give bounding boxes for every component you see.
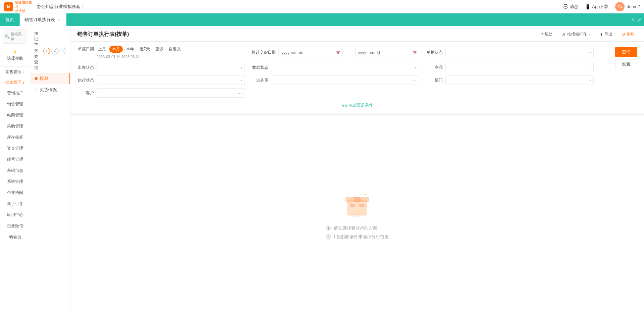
outbound-select[interactable] <box>97 63 245 72</box>
top-header: 畅 畅捷通好生意标准版 办公用品行业模拟账套 ▾ 💬 消息 📱 App下载 Ea… <box>0 0 644 13</box>
svg-rect-3 <box>354 197 361 202</box>
user-menu[interactable]: Ea demo2 <box>615 2 640 11</box>
scheme-item-by-order[interactable]: 按单 <box>30 73 70 84</box>
query-button[interactable]: 查询 <box>615 47 637 57</box>
help-button[interactable]: ? 帮助 <box>538 30 555 39</box>
scheme-item-shortage[interactable]: 欠货情况 <box>30 84 70 96</box>
receipt-select[interactable] <box>271 63 419 72</box>
filter-grid-row2: 出库状态 ▾ 收款状态 ▾ <box>77 63 637 72</box>
filter-dept-field: 部门 ▾ <box>426 75 594 85</box>
salesperson-input[interactable] <box>271 75 419 85</box>
refresh-button[interactable]: ↺ 刷新 <box>619 30 637 39</box>
template-print-button[interactable]: 🖨 按模板打印 ▾ <box>559 30 593 39</box>
logo-abbr: 畅 <box>7 4 10 9</box>
date-btn-custom[interactable]: 自定义 <box>167 46 183 53</box>
fullscreen-icon[interactable]: ⤢ <box>637 17 641 23</box>
left-panel-tools: + ↺ « <box>43 48 66 54</box>
sidebar-label-basic-info: 基础信息 <box>7 168 23 173</box>
sidebar-item-basic-info[interactable]: 基础信息 <box>0 165 30 176</box>
date-range-separator: — <box>345 50 353 55</box>
scheme-label-shortage: 欠货情况 <box>40 87 57 93</box>
salesperson-picker-icon[interactable]: ··· <box>412 78 417 83</box>
sidebar-search-button[interactable]: 🔍 搜索菜单 <box>3 30 27 44</box>
app-download-icon: 📱 <box>585 4 591 9</box>
sidebar-item-purchase[interactable]: 采购管理 <box>0 121 30 132</box>
date-btn-last-7-days[interactable]: 近7天 <box>138 46 152 53</box>
sidebar-item-marketing[interactable]: 营销推广 <box>0 88 30 99</box>
template-print-label: 按模板打印 <box>567 32 587 37</box>
outbound-select-wrap: ▾ <box>97 63 245 72</box>
dept-select-wrap: ▾ <box>445 75 594 85</box>
sidebar-label-sales: 销售管理 <box>7 101 23 107</box>
sidebar-item-wholesale[interactable]: 批发管理 ▴ <box>0 77 30 88</box>
sidebar-label-inventory: 库存核算 <box>7 135 23 140</box>
goods-input[interactable] <box>445 63 594 72</box>
sidebar-item-guide[interactable]: 新手引导 <box>0 198 30 209</box>
sidebar-label-system: 系统管理 <box>7 179 23 185</box>
industry-selector[interactable]: 办公用品行业模拟账套 ▾ <box>34 2 86 11</box>
customer-input[interactable] <box>97 88 245 98</box>
customer-picker-icon[interactable]: ··· <box>237 91 242 96</box>
collapse-panel-button[interactable]: « <box>59 48 66 54</box>
close-window-icon[interactable]: × <box>631 17 634 23</box>
empty-hint-item-2: 2 用[过滤]条件来缩小分析范围 <box>326 234 388 240</box>
expected-date-from-input[interactable] <box>278 48 343 57</box>
sidebar-item-operations[interactable]: 经营管理 <box>0 154 30 165</box>
query-button-group: 查询 设置 <box>615 47 637 69</box>
date-btn-this-year[interactable]: 本年 <box>124 46 136 53</box>
empty-hint-item-1: 1 请先选择要分析的方案 <box>326 225 388 231</box>
status-label: 单据状态 <box>426 50 443 55</box>
collapse-more-button[interactable]: ∧∧ 收起更多条件 <box>77 99 637 109</box>
status-select[interactable] <box>445 48 594 57</box>
industry-name: 办公用品行业模拟账套 <box>37 4 80 10</box>
expected-date-to-wrap: 📅 <box>355 48 420 57</box>
search-icon: 🔍 <box>5 34 10 39</box>
goods-picker-icon[interactable]: ··· <box>586 65 591 70</box>
collapse-label: 收起更多条件 <box>349 102 373 108</box>
page-title: 销售订单执行表(按单) <box>77 31 129 38</box>
sidebar-item-quick-nav[interactable]: ⚡ 快捷导航 <box>3 47 27 64</box>
main-wrapper: 🔍 搜索菜单 ⚡ 快捷导航 零售管理 ▾ 批发管理 ▴ 营销推广 销售管理 <box>0 26 644 310</box>
expected-date-to-input[interactable] <box>355 48 420 57</box>
sidebar-item-wechat[interactable]: 企业微信 <box>0 220 30 231</box>
exec-select[interactable] <box>97 75 245 85</box>
sidebar-label-enterprise: 企业协同 <box>7 190 23 196</box>
sidebar-item-app-center[interactable]: 应用中心 <box>0 209 30 220</box>
customer-label: 客户 <box>77 90 94 96</box>
date-btn-last-month[interactable]: 上月 <box>96 46 108 53</box>
dept-select[interactable] <box>445 75 594 85</box>
hint-text-2: 用[过滤]条件来缩小分析范围 <box>334 234 388 240</box>
sidebar-item-retail[interactable]: 零售管理 ▾ <box>0 67 30 77</box>
tab-active[interactable]: 销售订单执行表 × <box>20 13 66 26</box>
message-action[interactable]: 💬 消息 <box>562 4 578 10</box>
sidebar-search-area: 🔍 搜索菜单 <box>0 26 30 46</box>
dept-label: 部门 <box>426 78 443 83</box>
status-select-wrap: ▾ <box>445 48 594 57</box>
active-dot <box>35 77 38 80</box>
app-download-action[interactable]: 📱 App下载 <box>585 4 608 10</box>
date-btn-more[interactable]: 更多 <box>153 46 165 53</box>
goods-input-wrap: ··· <box>445 63 594 72</box>
collapse-icon: ∧∧ <box>341 103 347 108</box>
filter-receipt-field: 收款状态 ▾ <box>252 63 419 72</box>
sidebar-item-finance[interactable]: 资金管理 <box>0 143 30 154</box>
tab-home[interactable]: 首页 <box>0 13 20 26</box>
filter-grid: 单据日期 上月 本月 本年 近7天 更多 自定义 2023-03-01 至 20… <box>77 46 637 59</box>
refresh-scheme-button[interactable]: ↺ <box>51 48 58 54</box>
sidebar-item-ecommerce[interactable]: 电商管理 <box>0 110 30 121</box>
add-scheme-button[interactable]: + <box>43 48 50 54</box>
exec-label: 执行状态 <box>77 78 94 83</box>
sidebar-item-system[interactable]: 系统管理 <box>0 176 30 187</box>
sidebar-item-sales[interactable]: 销售管理 <box>0 99 30 110</box>
date-btn-this-month[interactable]: 本月 <box>109 46 123 53</box>
hint-num-1: 1 <box>326 225 331 231</box>
settings-button[interactable]: 设置 <box>615 59 637 69</box>
filter-outbound-field: 出库状态 ▾ <box>77 63 245 72</box>
export-button[interactable]: ⬇ 导出 <box>597 30 615 39</box>
sidebar-item-inventory[interactable]: 库存核算 <box>0 132 30 143</box>
sidebar-label-wholesale: 批发管理 <box>5 80 21 85</box>
tab-close-icon[interactable]: × <box>57 17 62 22</box>
export-label: 导出 <box>604 32 612 37</box>
sidebar-item-enterprise[interactable]: 企业协同 <box>0 187 30 198</box>
sidebar-item-member[interactable]: 畅会员 <box>0 231 30 243</box>
